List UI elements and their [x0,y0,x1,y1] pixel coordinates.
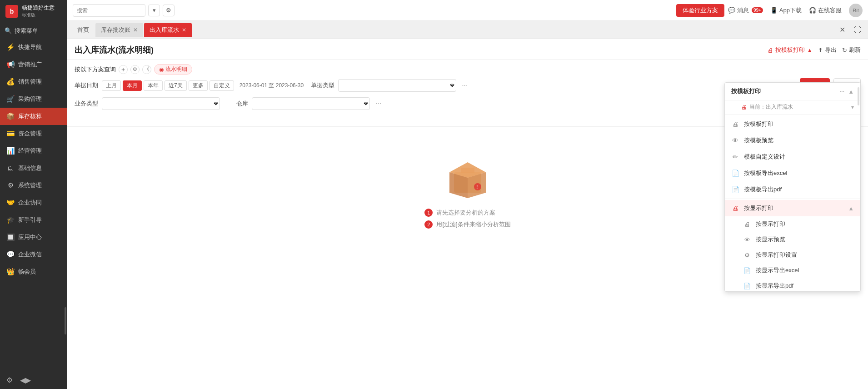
sidebar-search[interactable]: 🔍 搜索菜单 [0,23,67,39]
sidebar-item-label: 基础信息 [18,164,42,172]
export-btn[interactable]: ⬆ 导出 [818,46,837,54]
tab-inventory-batch[interactable]: 库存批次账 ✕ [95,23,143,37]
panel-collapse-icon[interactable]: ▲ [848,88,854,95]
empty-step-1: 1 请先选择要分析的方案 [424,209,510,217]
tab-inout-flow[interactable]: 出入库流水 ✕ [144,23,192,37]
tab-home[interactable]: 首页 [72,23,95,37]
filter-tag-icon: ◉ [159,66,164,73]
settings-icon[interactable]: ⚙ [6,376,13,384]
filter-date-thismonth[interactable]: 本月 [123,80,142,91]
tab-home-label: 首页 [77,26,89,34]
dp-template-export-excel[interactable]: 📄 按模板导出excel [725,165,860,181]
filter-warehouse-select[interactable] [252,97,370,110]
sidebar-item-label: 采购管理 [18,95,42,103]
inventory-icon: 📦 [6,112,15,120]
search-icon: 🔍 [5,27,12,34]
dp-display-print-settings[interactable]: ⚙ 按显示打印设置 [725,247,860,263]
more-options-icon[interactable]: ··· [839,88,844,95]
collapse-icon[interactable]: ◀▶ [20,376,31,384]
filter-add-btn[interactable]: + [119,65,128,74]
current-icon: 🖨 [741,104,747,110]
sidebar-item-member[interactable]: 👑 畅会员 [0,263,67,280]
refresh-btn[interactable]: ↻ 刷新 [842,46,861,54]
app-edition: 标准版 [22,12,55,18]
sidebar-item-basic[interactable]: 🗂 基础信息 [0,160,67,177]
online-service-btn[interactable]: 🎧 在线客服 [809,6,842,15]
current-label-text: 当前：出入库流水 [749,103,793,111]
filter-settings-btn[interactable]: ⚙ [130,65,140,74]
filter-warehouse-item: 仓库 ▾ ··· [236,97,391,110]
sidebar-item-cooperation[interactable]: 🤝 企业协同 [0,194,67,211]
user-avatar[interactable]: Rit [849,4,863,17]
step-2-num: 2 [424,220,433,229]
sidebar-item-apps[interactable]: 🔲 应用中心 [0,229,67,246]
app-download-btn[interactable]: 📱 App下载 [770,6,802,15]
dp-display-export-pdf[interactable]: 📄 按显示导出pdf [725,278,860,291]
filter-date-custom[interactable]: 自定义 [210,80,234,91]
filter-date-lastmonth[interactable]: 上月 [102,80,121,91]
message-btn[interactable]: 💬 消息 99+ [728,6,763,15]
sidebar-item-marketing[interactable]: 📢 营销推广 [0,56,67,73]
dp-template-export-pdf-label: 按模板导出pdf [744,185,782,194]
sidebar-item-wechat[interactable]: 💬 企业微信 [0,246,67,263]
sidebar-item-label: 应用中心 [18,233,42,241]
pdf-icon: 📄 [731,186,739,193]
filter-date-7days[interactable]: 近7天 [165,80,187,91]
topbar-dropdown-btn[interactable]: ▾ [148,5,160,16]
dp-display-preview[interactable]: 👁 按显示预览 [725,232,860,247]
dp-display-settings-icon: ⚙ [743,252,751,259]
sidebar-item-sales[interactable]: 💰 销售管理 [0,73,67,90]
dropdown-panel-title: 按模板打印 [731,87,761,95]
dp-display-export-excel[interactable]: 📄 按显示导出excel [725,263,860,278]
filter-type-select[interactable] [338,79,456,92]
operations-icon: 📊 [6,147,15,155]
dp-current-label: 🖨 当前：出入库流水 ▾ [725,100,860,114]
warehouse-more-icon[interactable]: ··· [375,100,381,108]
sales-icon: 💰 [6,78,15,86]
sidebar-item-label: 企业协同 [18,199,42,207]
sidebar-item-quick-nav[interactable]: ⚡ 快捷导航 [0,39,67,56]
sidebar-item-purchase[interactable]: 🛒 采购管理 [0,90,67,108]
filter-date-thisyear[interactable]: 本年 [144,80,163,91]
current-arrow-icon: ▾ [851,104,854,110]
filter-date-label: 单据日期 [75,81,98,90]
export-icon: ⬆ [818,47,823,54]
type-more-icon[interactable]: ··· [462,81,468,90]
tab-inout-flow-close[interactable]: ✕ [182,27,186,33]
topbar-search-input[interactable] [73,4,145,17]
quick-nav-icon: ⚡ [6,43,15,51]
topbar-settings-btn[interactable]: ⚙ [163,5,175,16]
tab-inventory-batch-close[interactable]: ✕ [133,27,138,33]
dropdown-panel-header: 按模板打印 ··· ▲ [725,83,860,100]
sidebar-item-inventory[interactable]: 📦 库存核算 [0,108,67,125]
headset-icon: 🎧 [809,7,816,14]
sidebar-item-label: 系统管理 [18,181,42,190]
filter-label-row: 按以下方案查询 + ⚙ 《 ◉ 流水明细 [75,64,861,75]
filter-business-select[interactable] [102,97,220,110]
dp-display-print[interactable]: 🖨 按显示打印 [725,216,860,232]
dp-template-print[interactable]: 🖨 按模板打印 [725,116,860,132]
filter-collapse-btn[interactable]: 《 [142,65,151,74]
dropdown-panel-content: 🖨 当前：出入库流水 ▾ 🖨 按模板打印 👁 按模板预览 ✏ [725,100,860,291]
dp-template-export-pdf[interactable]: 📄 按模板导出pdf [725,181,860,198]
filter-label-text: 按以下方案查询 [75,65,116,74]
sidebar-item-guide[interactable]: 🎓 新手引导 [0,211,67,229]
tab-expand-btn[interactable]: ⛶ [852,24,863,36]
filter-tag[interactable]: ◉ 流水明细 [154,64,192,75]
sidebar-item-system[interactable]: ⚙ 系统管理 [0,177,67,194]
search-label: 搜索菜单 [15,27,38,35]
filter-date-range: 2023-06-01 至 2023-06-30 [239,82,304,90]
trial-btn[interactable]: 体验行业方案 [676,4,724,17]
tabbar: 首页 库存批次账 ✕ 出入库流水 ✕ ✕ ⛶ [67,21,868,39]
dp-template-customize[interactable]: ✏ 模板自定义设计 [725,149,860,165]
dp-template-preview[interactable]: 👁 按模板预览 [725,132,860,149]
filter-date-more[interactable]: 更多 [189,80,208,91]
sidebar-item-operations[interactable]: 📊 经营管理 [0,142,67,160]
tab-close-all-btn[interactable]: ✕ [836,24,848,36]
print-template-btn[interactable]: 🖨 按模板打印 ▲ [768,46,813,54]
sidebar-item-finance[interactable]: 💳 资金管理 [0,125,67,142]
empty-step-2: 2 用[过滤]条件来缩小分析范围 [424,220,510,229]
dropdown-panel-header-actions: ··· ▲ [839,88,854,95]
dp-display-print-label: 按显示打印 [756,220,785,228]
dp-display-print-group[interactable]: 🖨 按显示打印 ▲ [725,200,860,216]
